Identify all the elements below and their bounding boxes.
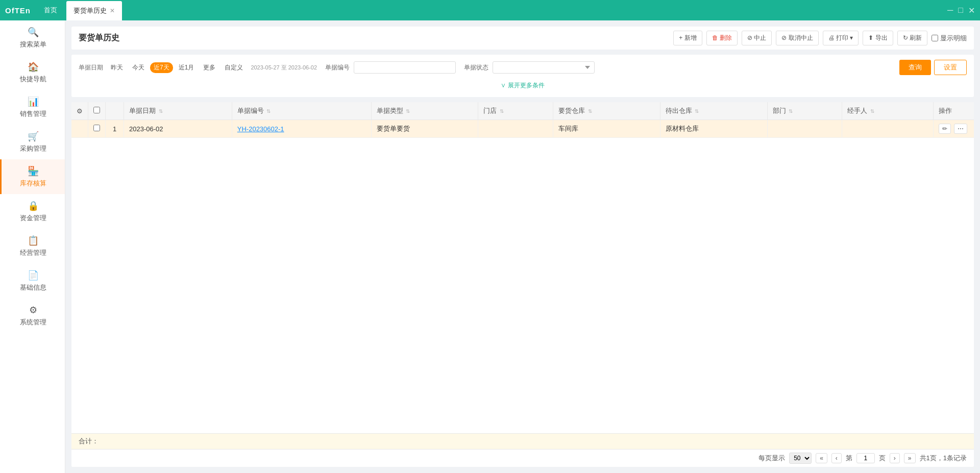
col-date[interactable]: 单据日期 ⇅ xyxy=(124,102,232,120)
purchase-icon: 🛒 xyxy=(28,131,39,142)
cell-doc-type: 要货单要货 xyxy=(371,120,478,138)
basic-info-icon: 📄 xyxy=(28,270,39,281)
sidebar-item-basic-info-label: 基础信息 xyxy=(20,283,46,292)
cell-doc-no: YH-20230602-1 xyxy=(232,120,371,138)
sidebar-item-quick-nav[interactable]: 🏠 快捷导航 xyxy=(0,55,65,90)
col-index xyxy=(106,102,124,120)
sidebar-item-sales[interactable]: 📊 销售管理 xyxy=(0,90,65,125)
select-all-checkbox[interactable] xyxy=(93,107,100,113)
window-minimize[interactable]: ─ xyxy=(947,6,953,15)
cell-handler xyxy=(842,120,933,138)
date-custom[interactable]: 自定义 xyxy=(221,62,247,73)
date-shortcuts: 昨天 今天 近7天 近1月 更多 自定义 xyxy=(107,62,247,73)
sidebar-item-inventory[interactable]: 🏪 库存核算 xyxy=(0,159,65,194)
col-handler[interactable]: 经手人 ⇅ xyxy=(842,102,933,120)
date-yesterday[interactable]: 昨天 xyxy=(107,62,127,73)
search-menu-icon: 🔍 xyxy=(28,27,39,38)
show-detail-text: 显示明细 xyxy=(940,34,967,43)
top-bar: OfTEn 首页 要货单历史 ✕ ─ □ ✕ xyxy=(0,0,980,20)
col-doc-no[interactable]: 单据编号 ⇅ xyxy=(232,102,371,120)
row-more-btn[interactable]: ⋯ xyxy=(954,124,967,134)
sidebar-item-basic-info[interactable]: 📄 基础信息 xyxy=(0,264,65,298)
filter-settings-button[interactable]: 设置 xyxy=(934,60,967,75)
doc-number-filter-group: 单据编号 xyxy=(325,61,456,74)
print-button[interactable]: 🖨 打印 ▾ xyxy=(823,31,859,45)
sidebar-item-search-menu[interactable]: 🔍 搜索菜单 xyxy=(0,20,65,55)
sidebar-item-purchase-label: 采购管理 xyxy=(20,144,46,153)
window-controls: ─ □ ✕ xyxy=(947,6,975,15)
tab-home[interactable]: 首页 xyxy=(37,0,64,20)
sidebar-item-finance[interactable]: 🔒 资金管理 xyxy=(0,194,65,229)
page-suffix: 页 xyxy=(879,454,886,463)
sidebar-item-purchase[interactable]: 🛒 采购管理 xyxy=(0,125,65,159)
show-detail-checkbox[interactable] xyxy=(932,35,938,41)
col-doc-type[interactable]: 单据类型 ⇅ xyxy=(371,102,478,120)
col-store[interactable]: 门店 ⇅ xyxy=(478,102,553,120)
inventory-icon: 🏪 xyxy=(28,165,39,177)
first-page-btn[interactable]: « xyxy=(816,453,827,463)
quick-nav-icon: 🏠 xyxy=(28,61,39,73)
date-range-display: 2023-05-27 至 2023-06-02 xyxy=(251,64,317,72)
sales-icon: 📊 xyxy=(28,96,39,107)
sidebar-item-ops-label: 经营管理 xyxy=(20,248,46,257)
next-page-btn[interactable]: › xyxy=(890,453,900,463)
sort-req-warehouse-icon: ⇅ xyxy=(588,108,592,114)
tab-purchase-history-label: 要货单历史 xyxy=(74,6,107,15)
row-checkbox[interactable] xyxy=(93,125,100,131)
col-pending-warehouse[interactable]: 待出仓库 ⇅ xyxy=(660,102,767,120)
col-checkbox xyxy=(88,102,106,120)
row-edit-btn[interactable]: ✏ xyxy=(939,124,951,134)
doc-number-input[interactable] xyxy=(354,61,456,74)
sidebar-item-sys-mgmt[interactable]: ⚙ 系统管理 xyxy=(0,298,65,333)
last-page-btn[interactable]: » xyxy=(904,453,916,463)
doc-status-select[interactable] xyxy=(493,61,595,74)
sidebar-item-ops[interactable]: 📋 经营管理 xyxy=(0,229,65,264)
table-scroll-area[interactable]: ⚙ 单据日期 ⇅ 单据编号 ⇅ xyxy=(71,102,974,433)
page-title: 要货单历史 xyxy=(79,33,119,43)
footer-summary: 合计： xyxy=(71,433,974,449)
suspend-button[interactable]: ⊘ 中止 xyxy=(742,31,772,45)
col-req-warehouse[interactable]: 要货仓库 ⇅ xyxy=(553,102,660,120)
ops-icon: 📋 xyxy=(28,235,39,246)
window-maximize[interactable]: □ xyxy=(958,6,963,15)
page-header: 要货单历史 + 新增 🗑 删除 ⊘ 中止 ⊘ 取消中止 🖨 打印 ▾ ⬆ 导出 … xyxy=(71,27,974,50)
sidebar-item-search-menu-label: 搜索菜单 xyxy=(20,40,46,49)
window-close[interactable]: ✕ xyxy=(968,6,975,15)
date-today[interactable]: 今天 xyxy=(129,62,148,73)
tab-purchase-history[interactable]: 要货单历史 ✕ xyxy=(66,1,122,20)
query-button[interactable]: 查询 xyxy=(899,60,931,75)
per-page-label: 每页显示 xyxy=(758,454,785,463)
show-detail-label[interactable]: 显示明细 xyxy=(932,34,967,43)
sidebar-item-sales-label: 销售管理 xyxy=(20,109,46,119)
current-page-input[interactable] xyxy=(856,453,875,463)
per-page-select[interactable]: 50 xyxy=(789,453,812,464)
sort-handler-icon: ⇅ xyxy=(870,108,874,114)
expand-more-btn[interactable]: ∨ 展开更多条件 xyxy=(497,79,548,92)
prev-page-btn[interactable]: ‹ xyxy=(831,453,842,463)
add-button[interactable]: + 新增 xyxy=(673,31,702,45)
export-button[interactable]: ⬆ 导出 xyxy=(863,31,893,45)
filter-actions: 查询 设置 xyxy=(899,60,967,75)
delete-button[interactable]: 🗑 删除 xyxy=(706,31,738,45)
col-department[interactable]: 部门 ⇅ xyxy=(767,102,842,120)
date-1month[interactable]: 近1月 xyxy=(175,62,198,73)
table-row[interactable]: 1 2023-06-02 YH-20230602-1 要货单要货 车间库 原材料… xyxy=(71,120,974,138)
main-layout: 🔍 搜索菜单 🏠 快捷导航 📊 销售管理 🛒 采购管理 🏪 库存核算 🔒 资金管… xyxy=(0,20,980,473)
table-header-row: ⚙ 单据日期 ⇅ 单据编号 ⇅ xyxy=(71,102,974,120)
header-actions: + 新增 🗑 删除 ⊘ 中止 ⊘ 取消中止 🖨 打印 ▾ ⬆ 导出 ↻ 刷新 显… xyxy=(673,31,967,45)
col-gear[interactable]: ⚙ xyxy=(71,102,88,120)
cell-date: 2023-06-02 xyxy=(124,120,232,138)
date-filter-group: 单据日期 昨天 今天 近7天 近1月 更多 自定义 2023-05-27 至 2… xyxy=(79,62,317,73)
cancel-suspend-button[interactable]: ⊘ 取消中止 xyxy=(776,31,818,45)
date-7days[interactable]: 近7天 xyxy=(150,62,173,73)
pagination-bar: 每页显示 50 « ‹ 第 页 › » 共1页，1条记录 xyxy=(71,449,974,467)
cell-department xyxy=(767,120,842,138)
tab-bar: OfTEn 首页 要货单历史 ✕ xyxy=(5,0,947,20)
data-table: ⚙ 单据日期 ⇅ 单据编号 ⇅ xyxy=(71,102,974,138)
sidebar-item-quick-nav-label: 快捷导航 xyxy=(20,75,46,84)
doc-no-link[interactable]: YH-20230602-1 xyxy=(237,125,284,133)
refresh-button[interactable]: ↻ 刷新 xyxy=(897,31,927,45)
cell-index: 1 xyxy=(106,120,124,138)
date-more[interactable]: 更多 xyxy=(200,62,219,73)
tab-close-icon[interactable]: ✕ xyxy=(110,7,115,14)
